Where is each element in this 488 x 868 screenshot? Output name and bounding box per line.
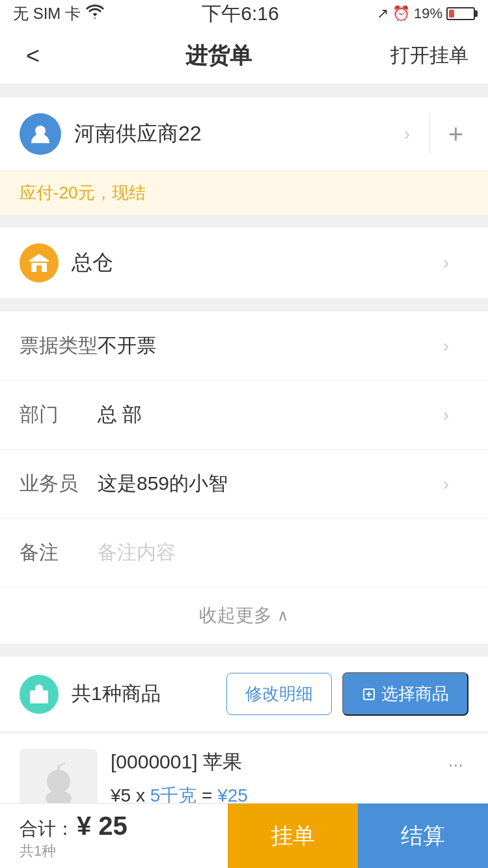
dept-row[interactable]: 部门 总 部 › bbox=[0, 380, 488, 449]
product-name: [0000001] 苹果 bbox=[111, 749, 443, 776]
dept-chevron-icon: › bbox=[443, 405, 449, 426]
settle-button[interactable]: 结算 bbox=[358, 804, 488, 869]
supplier-name: 河南供应商22 bbox=[74, 120, 404, 148]
footer: 合计： ¥ 25 共1种 挂单 结算 bbox=[0, 803, 488, 868]
back-button[interactable]: < bbox=[20, 36, 46, 76]
warehouse-name: 总仓 bbox=[72, 249, 443, 277]
battery-icon bbox=[446, 7, 475, 20]
battery-percent: 19% bbox=[414, 5, 442, 22]
warehouse-row[interactable]: 总仓 › bbox=[0, 228, 488, 298]
warehouse-section: 总仓 › bbox=[0, 228, 488, 298]
warehouse-icon bbox=[20, 243, 59, 282]
invoice-value: 不开票 bbox=[98, 332, 443, 359]
total-row: 合计： ¥ 25 bbox=[20, 811, 208, 841]
salesperson-row[interactable]: 业务员 这是859的小智 › bbox=[0, 449, 488, 518]
product-info: [0000001] 苹果 ¥5 x 5千克 = ¥25 bbox=[111, 749, 443, 808]
carrier-text: 无 SIM 卡 bbox=[13, 3, 81, 24]
hold-button[interactable]: 挂单 bbox=[228, 804, 358, 869]
alarm-icon: ⏰ bbox=[392, 5, 410, 22]
supplier-row[interactable]: 河南供应商22 › + bbox=[0, 98, 488, 171]
product-id: [0000001] bbox=[111, 751, 203, 772]
svg-rect-2 bbox=[36, 265, 42, 272]
supplier-section: 河南供应商22 › + 应付-20元，现结 bbox=[0, 98, 488, 215]
divider-2 bbox=[0, 298, 488, 311]
product-title: 苹果 bbox=[203, 751, 242, 772]
svg-rect-3 bbox=[30, 690, 48, 703]
total-amount: ¥ 25 bbox=[77, 811, 128, 841]
total-label: 合计： bbox=[20, 817, 74, 841]
dept-label: 部门 bbox=[20, 401, 98, 428]
status-bar: 无 SIM 卡 下午6:16 ↗ ⏰ 19% bbox=[0, 0, 488, 27]
divider-1 bbox=[0, 215, 488, 228]
salesperson-chevron-icon: › bbox=[443, 474, 449, 495]
select-product-button[interactable]: 选择商品 bbox=[342, 672, 468, 716]
footer-total: 合计： ¥ 25 共1种 bbox=[0, 811, 228, 861]
chevron-right-icon: › bbox=[404, 124, 410, 144]
invoice-label: 票据类型 bbox=[20, 332, 98, 359]
wifi-icon bbox=[86, 5, 104, 23]
product-header: 共1种商品 修改明细 选择商品 bbox=[0, 657, 488, 731]
open-hold-button[interactable]: 打开挂单 bbox=[390, 42, 468, 69]
select-product-label: 选择商品 bbox=[381, 683, 449, 705]
svg-line-8 bbox=[59, 763, 65, 766]
collapse-text: 收起更多 bbox=[199, 603, 272, 628]
salesperson-label: 业务员 bbox=[20, 470, 98, 497]
supplier-avatar bbox=[20, 113, 61, 155]
note-row[interactable]: 备注 备注内容 bbox=[0, 518, 488, 587]
note-value[interactable]: 备注内容 bbox=[98, 539, 468, 566]
location-icon: ↗ bbox=[377, 5, 388, 22]
product-count: 共1种商品 bbox=[72, 681, 226, 707]
invoice-chevron-icon: › bbox=[443, 336, 449, 357]
product-icon bbox=[20, 675, 59, 714]
nav-bar: < 进货单 打开挂单 bbox=[0, 27, 488, 85]
status-time: 下午6:16 bbox=[202, 1, 278, 27]
product-more-button[interactable]: ··· bbox=[443, 749, 468, 780]
status-left: 无 SIM 卡 bbox=[13, 3, 104, 24]
svg-point-5 bbox=[47, 770, 70, 793]
collapse-icon: ∧ bbox=[277, 606, 289, 625]
collapse-bar[interactable]: 收起更多 ∧ bbox=[0, 587, 488, 644]
invoice-row[interactable]: 票据类型 不开票 › bbox=[0, 311, 488, 380]
modify-detail-button[interactable]: 修改明细 bbox=[226, 673, 332, 715]
total-sub: 共1种 bbox=[20, 841, 208, 861]
note-label: 备注 bbox=[20, 539, 98, 566]
salesperson-value: 这是859的小智 bbox=[98, 470, 443, 497]
supplier-notice: 应付-20元，现结 bbox=[0, 171, 488, 215]
status-right: ↗ ⏰ 19% bbox=[377, 5, 475, 22]
page-title: 进货单 bbox=[185, 41, 252, 71]
supplier-add-button[interactable]: + bbox=[429, 115, 468, 154]
warehouse-chevron-icon: › bbox=[443, 252, 449, 273]
form-section: 票据类型 不开票 › 部门 总 部 › 业务员 这是859的小智 › 备注 备注… bbox=[0, 311, 488, 587]
top-divider bbox=[0, 85, 488, 98]
dept-value: 总 部 bbox=[98, 401, 443, 428]
